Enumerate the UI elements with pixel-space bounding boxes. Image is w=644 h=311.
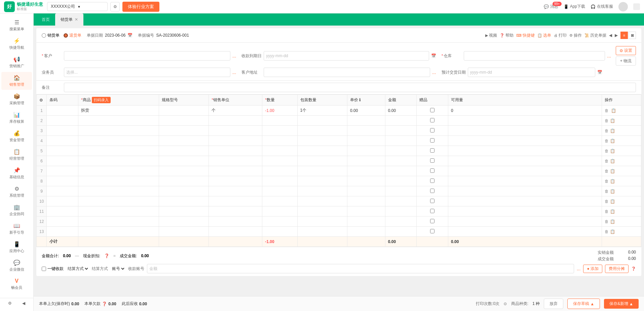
row-1-delete-icon[interactable]: 🗑: [605, 108, 609, 113]
save-new-button[interactable]: 保存&新增 ▲: [604, 299, 639, 309]
tab-close-icon[interactable]: ✕: [75, 17, 78, 22]
sidebar-item-basic[interactable]: 📌 基础信息: [1, 164, 32, 182]
row-1-spec[interactable]: [159, 106, 209, 116]
add-button[interactable]: ● 添加: [583, 265, 602, 273]
row-1-gift[interactable]: [417, 106, 448, 116]
print-btn[interactable]: 🖨 打印: [554, 33, 567, 38]
nav-next-icon[interactable]: ▶: [615, 33, 618, 38]
date-calendar-icon[interactable]: 📅: [127, 33, 132, 38]
avatar[interactable]: [618, 2, 628, 11]
app-download-area[interactable]: 📱 App下载: [564, 4, 585, 9]
shortcut-btn[interactable]: ⌨ 快捷键: [516, 33, 535, 38]
copy-icon[interactable]: 📋: [610, 159, 615, 163]
sidebar-item-operations[interactable]: 📋 经营管理: [1, 146, 32, 164]
sidebar-item-quick-nav[interactable]: ⚡ 快捷导航: [1, 35, 32, 53]
radio-sales-order[interactable]: 销货单: [42, 33, 60, 38]
customer-addr-dots[interactable]: ...: [432, 70, 436, 75]
video-btn[interactable]: ▶ 视频: [485, 33, 497, 38]
message-icon-area[interactable]: 💬 消息 99+: [544, 4, 558, 9]
delete-icon[interactable]: 🗑: [605, 139, 609, 143]
delete-icon[interactable]: 🗑: [605, 118, 609, 123]
view-list-icon[interactable]: ≡: [620, 32, 628, 39]
online-service-area[interactable]: 🎧 在线客服: [591, 4, 613, 9]
sidebar-item-wechat[interactable]: 💬 企业微信: [1, 257, 32, 275]
sidebar-item-guide[interactable]: 📖 新手引导: [1, 220, 32, 238]
copy-icon[interactable]: 📋: [610, 189, 615, 194]
sidebar-item-search[interactable]: ☰ 搜索菜单: [1, 16, 32, 34]
radio-return-order[interactable]: 退货单: [64, 33, 81, 38]
amount-input[interactable]: [147, 264, 574, 273]
warehouse-input[interactable]: 建材仓: [464, 51, 605, 61]
copy-icon[interactable]: 📋: [610, 128, 615, 133]
copy-icon[interactable]: 📋: [610, 179, 615, 184]
save-draft-button[interactable]: 保存草稿 ▲: [567, 299, 600, 309]
company-selector[interactable]: XXXXXX公司 ▾: [47, 2, 108, 11]
payment-date-calendar-icon[interactable]: 📅: [431, 53, 436, 58]
settings-icon[interactable]: ⚙: [110, 2, 120, 11]
sidebar-item-finance[interactable]: 💰 资金管理: [1, 127, 32, 145]
expected-date-calendar-icon[interactable]: 📅: [597, 70, 602, 75]
sidebar-item-member[interactable]: V 畅会员: [1, 275, 32, 293]
scan-button[interactable]: 扫码录入: [92, 97, 111, 103]
sidebar-settings-icon[interactable]: ⚙: [8, 301, 12, 306]
nav-prev-icon[interactable]: ◀: [609, 33, 612, 38]
row-1-unit-price[interactable]: 0.00: [347, 106, 385, 116]
row-1-quantity[interactable]: -1.00: [262, 106, 297, 116]
payment-method-select[interactable]: 结算方式: [66, 266, 89, 271]
copy-icon[interactable]: 📋: [610, 169, 615, 173]
tab-sales-order[interactable]: 销货单 ✕: [55, 13, 83, 26]
trial-button[interactable]: 体验行业方案: [122, 2, 159, 12]
sidebar-collapse-icon[interactable]: ◀: [22, 301, 25, 306]
delete-icon[interactable]: 🗑: [605, 219, 609, 224]
expense-help-icon[interactable]: ❓: [631, 267, 636, 271]
th-settings[interactable]: ⚙: [37, 95, 47, 106]
select-btn[interactable]: 📋 选单: [537, 33, 551, 38]
logistics-button[interactable]: + 物流: [616, 56, 636, 66]
help-question[interactable]: ❓: [104, 254, 109, 258]
more-icon[interactable]: [633, 3, 640, 10]
row-1-product[interactable]: 拆货: [78, 106, 159, 116]
history-btn[interactable]: 📜 历史单据: [584, 33, 606, 38]
delete-icon[interactable]: 🗑: [605, 159, 609, 163]
customer-addr-input[interactable]: [264, 68, 430, 77]
abandon-button[interactable]: 放弃: [544, 299, 563, 309]
salesperson-input[interactable]: [64, 68, 230, 77]
print-settings-icon[interactable]: ⚙: [503, 302, 507, 306]
expected-date-input[interactable]: [468, 68, 595, 77]
expense-split-button[interactable]: 费用分摊: [605, 265, 629, 273]
sidebar-item-marketing[interactable]: 📢 营销推广: [1, 53, 32, 71]
row-1-copy-icon[interactable]: 📋: [611, 108, 616, 113]
account-select[interactable]: 账号: [111, 266, 125, 271]
copy-icon[interactable]: 📋: [610, 149, 615, 153]
payment-date-input[interactable]: [264, 51, 429, 61]
delete-icon[interactable]: 🗑: [605, 189, 609, 194]
delete-icon[interactable]: 🗑: [605, 209, 609, 214]
one-click-payment-checkbox[interactable]: 一键收款: [42, 266, 64, 272]
sidebar-item-sales[interactable]: 🏠 销售管理: [1, 72, 32, 90]
operation-btn[interactable]: ⚙ 操作: [569, 33, 582, 38]
delete-icon[interactable]: 🗑: [605, 179, 609, 184]
copy-icon[interactable]: 📋: [610, 229, 615, 234]
help-icon-short[interactable]: ❓: [102, 302, 107, 306]
delete-icon[interactable]: 🗑: [605, 229, 609, 234]
delete-icon[interactable]: 🗑: [605, 149, 609, 153]
help-btn[interactable]: ❓ 帮助: [500, 33, 514, 38]
payment-dots[interactable]: ...: [577, 266, 581, 271]
sidebar-item-enterprise[interactable]: 🏢 企业协同: [1, 201, 32, 219]
sidebar-item-purchase[interactable]: 📦 采购管理: [1, 90, 32, 108]
tab-home[interactable]: 首页: [36, 13, 55, 26]
row-1-unit[interactable]: 个: [209, 106, 262, 116]
row-1-barcode[interactable]: [47, 106, 78, 116]
salesperson-dots[interactable]: ...: [232, 70, 236, 75]
sidebar-item-appstore[interactable]: 📱 应用中心: [1, 238, 32, 256]
notes-input[interactable]: [64, 83, 636, 92]
settings-button[interactable]: ⚙ 设置: [616, 46, 636, 55]
copy-icon[interactable]: 📋: [610, 199, 615, 204]
row-1-pack-qty[interactable]: 1个: [297, 106, 347, 116]
customer-dots[interactable]: ...: [232, 53, 236, 59]
copy-icon[interactable]: 📋: [610, 118, 615, 123]
delete-icon[interactable]: 🗑: [605, 199, 609, 204]
warehouse-dots[interactable]: ...: [607, 53, 611, 59]
view-grid-icon[interactable]: ⊞: [629, 32, 636, 39]
delete-icon[interactable]: 🗑: [605, 169, 609, 173]
